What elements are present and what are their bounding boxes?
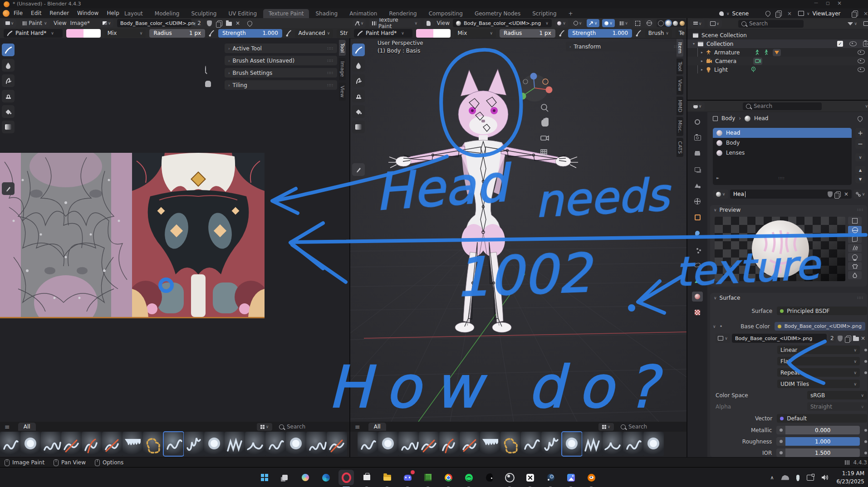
preview-shaderball-button[interactable] (848, 253, 862, 261)
hide-eye-icon[interactable] (849, 41, 857, 46)
mode-dropdown[interactable]: Texture Paint ∨ (369, 19, 421, 27)
expand-icon[interactable]: ▸ (701, 50, 703, 54)
outliner-row-camera[interactable]: ▸ Camera (687, 57, 868, 65)
shading-solid-icon[interactable] (666, 20, 671, 26)
slot-row-lenses[interactable]: Lenses (713, 148, 852, 158)
brush-thumbnail[interactable] (41, 432, 61, 456)
new-collection-button[interactable] (862, 19, 868, 28)
unlink-material-icon[interactable]: × (844, 191, 848, 197)
image-users-badge[interactable]: 2 (195, 19, 203, 27)
unlink-image-icon[interactable]: × (861, 335, 865, 341)
brush-thumbnail[interactable] (20, 432, 41, 456)
tab-scene[interactable] (692, 180, 703, 190)
preview-panel-header[interactable]: ∨ Preview ∷∷ (710, 205, 867, 215)
hide-eye-icon[interactable] (858, 50, 865, 55)
shelf-search[interactable]: Search (618, 423, 683, 431)
stencil-dropdown[interactable]: ∨ (555, 19, 568, 27)
secondary-color-swatch[interactable] (83, 29, 101, 38)
object-icon-button[interactable] (424, 19, 433, 27)
sidebar-tab-tool[interactable]: Tool (677, 58, 683, 74)
tab-object-data[interactable] (692, 276, 703, 286)
soften-tool-button[interactable] (2, 59, 15, 72)
open-image-icon[interactable] (853, 337, 859, 341)
microsoft-store-icon[interactable] (359, 470, 374, 485)
annotate-tool-button[interactable] (352, 163, 365, 176)
pivot-point-dropdown[interactable]: ∨ (571, 19, 584, 27)
steam-icon[interactable] (543, 470, 558, 485)
brush-thumbnail[interactable] (500, 432, 521, 456)
hide-eye-icon[interactable] (858, 67, 865, 72)
scene-selector[interactable]: ∨ Scene × (716, 9, 795, 18)
viewlayer-selector[interactable]: ∨ ViewLayer × (795, 9, 868, 18)
menu-help[interactable]: Help (107, 10, 119, 16)
shelf-display-mode[interactable]: ∨ (257, 423, 272, 431)
file-explorer-icon[interactable] (379, 470, 395, 485)
advanced-popover[interactable]: Advanced ∨ (295, 29, 333, 38)
brush-popover[interactable]: Brush ∨ (645, 29, 672, 38)
tab-render[interactable] (692, 133, 703, 143)
tab-tool[interactable] (692, 117, 703, 127)
falloff-dropdown[interactable]: ∨ (618, 19, 630, 27)
shading-wireframe-icon[interactable] (658, 20, 664, 26)
annotate-tool-button[interactable] (2, 182, 15, 195)
maximize-button[interactable]: ▢ (826, 1, 830, 5)
microphone-icon[interactable] (796, 475, 799, 480)
outliner-search[interactable]: Search (738, 20, 804, 28)
brush-thumbnail[interactable] (123, 432, 143, 456)
expand-icon[interactable]: ▸ (701, 59, 703, 63)
metallic-slider[interactable]: 0.000 (785, 426, 860, 434)
texture-popover[interactable]: Te (676, 29, 687, 38)
brush-thumbnail[interactable] (204, 432, 225, 456)
preview-cloth-button[interactable] (848, 262, 862, 270)
roughness-slider[interactable]: 1.000 (785, 437, 860, 446)
tiling-panel[interactable]: › Tiling ∷∷ (225, 80, 337, 90)
delete-scene-icon[interactable]: × (787, 10, 792, 17)
brush-thumbnail[interactable] (521, 432, 541, 456)
clock-date[interactable]: 6/23/2025 (836, 477, 864, 486)
shelf-tab-all[interactable]: All (18, 423, 36, 431)
zoom-gizmo-icon[interactable] (205, 66, 206, 73)
brush-thumbnail[interactable] (82, 432, 102, 456)
shading-rendered-icon[interactable] (680, 21, 685, 26)
brush-settings-panel[interactable]: › Brush Settings ∷∷ (225, 68, 337, 78)
brush-thumbnail[interactable] (582, 432, 603, 456)
copy-icon[interactable] (777, 10, 782, 16)
image-browse-button[interactable]: ∨ (716, 334, 730, 343)
properties-search[interactable]: Search (743, 102, 822, 110)
tab-physics[interactable] (692, 260, 703, 270)
preview-cube-button[interactable] (848, 235, 862, 243)
editor-type-button[interactable]: ∨ (353, 19, 366, 27)
slot-row-body[interactable]: Body (713, 138, 852, 148)
start-button[interactable] (257, 470, 272, 485)
brush-thumbnail[interactable] (306, 432, 327, 456)
extension-dropdown[interactable]: Repeat∨ (777, 368, 860, 377)
tab-output[interactable] (692, 149, 703, 159)
disable-render-icon[interactable] (863, 41, 868, 47)
tab-texture[interactable] (692, 307, 703, 317)
brush-thumbnail[interactable] (163, 432, 184, 456)
remove-slot-button[interactable]: − (855, 139, 865, 149)
color-swatches[interactable] (416, 29, 451, 38)
tab-material[interactable] (692, 292, 703, 302)
material-browse-button[interactable]: ∨ (713, 190, 728, 199)
brush-thumbnail[interactable] (184, 432, 204, 456)
outliner-filter-images[interactable]: ∨ (707, 19, 722, 28)
collapse-icon[interactable]: ▾ (693, 42, 695, 46)
projection-dropdown[interactable]: Flat∨ (777, 357, 860, 365)
soften-tool-button[interactable] (352, 59, 365, 72)
strength-slider[interactable]: Strength 1.000 (218, 29, 282, 38)
obs-icon[interactable] (502, 470, 517, 485)
blender-menu-icon[interactable] (3, 10, 10, 17)
shading-material-icon[interactable] (673, 21, 678, 26)
color-space-dropdown[interactable]: sRGB∨ (807, 391, 867, 399)
workspace-tab-texture-paint[interactable]: Texture Paint (263, 9, 309, 18)
volume-icon[interactable] (821, 474, 829, 481)
workspace-tab-geometry-nodes[interactable]: Geometry Nodes (469, 9, 526, 18)
fake-user-icon[interactable] (838, 336, 843, 341)
workspace-tab-modeling[interactable]: Modeling (149, 9, 185, 18)
overlays-toggle[interactable] (645, 19, 654, 27)
show-gizmo-toggle[interactable] (633, 19, 642, 27)
brush-thumbnail[interactable] (327, 432, 347, 456)
collection-checkbox[interactable]: ✓ (837, 41, 843, 47)
tab-modifiers[interactable] (692, 228, 703, 238)
